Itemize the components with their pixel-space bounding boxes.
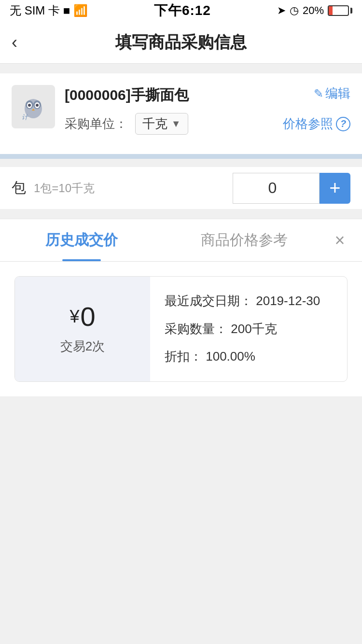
status-right: ➤ ◷ 20% <box>277 4 352 17</box>
chevron-down-icon: ▼ <box>171 118 181 129</box>
unit-select[interactable]: 千克 ▼ <box>135 113 188 135</box>
price-ref-label: 价格参照 <box>283 115 333 132</box>
tab-history-price[interactable]: 历史成交价 <box>0 219 163 261</box>
price-value: 0 <box>80 303 95 330</box>
quantity-row: 包 1包=10千克 + <box>0 167 362 209</box>
quantity-plus-button[interactable]: + <box>320 173 350 204</box>
edit-button[interactable]: ✎ 编辑 <box>314 85 350 102</box>
separator-bar <box>0 154 362 159</box>
close-button[interactable]: × <box>325 226 354 255</box>
unit-row-left: 采购单位： 千克 ▼ <box>65 113 188 135</box>
edit-label: 编辑 <box>325 85 350 102</box>
tab-history-price-label: 历史成交价 <box>45 230 118 250</box>
location-icon: ➤ <box>277 4 286 17</box>
unit-value: 千克 <box>142 115 167 132</box>
tabs-header: 历史成交价 商品价格参考 × <box>0 219 362 262</box>
svg-text:计: 计 <box>22 113 29 121</box>
currency-symbol: ¥ <box>70 308 79 325</box>
product-info: [0000006]手撕面包 ✎ 编辑 采购单位： 千克 ▼ <box>65 85 350 135</box>
discount-row: 折扣： 100.00% <box>165 347 333 367</box>
quantity-input[interactable] <box>233 173 320 204</box>
nav-bar: ‹ 填写商品采购信息 <box>0 21 362 64</box>
discount-label: 折扣： <box>165 349 202 364</box>
alarm-icon: ◷ <box>290 4 299 17</box>
price-ref-button[interactable]: 价格参照 ? <box>283 115 350 132</box>
svg-point-5 <box>28 104 31 107</box>
quantity-detail-label: 采购数量： <box>165 322 227 336</box>
transaction-left-panel: ¥ 0 交易2次 <box>15 277 150 381</box>
network-status: 无 SIM 卡 ■ 📶 <box>10 3 88 18</box>
info-icon: ? <box>336 117 350 131</box>
tab-product-price[interactable]: 商品价格参考 <box>163 219 325 261</box>
status-left: 无 SIM 卡 ■ 📶 <box>10 3 88 18</box>
recent-date-value: 2019-12-30 <box>256 294 320 308</box>
status-time: 下午6:12 <box>154 1 211 20</box>
trade-count: 交易2次 <box>60 338 105 355</box>
tab-product-price-label: 商品价格参考 <box>201 230 288 250</box>
quantity-input-group: + <box>233 173 350 204</box>
product-card: 计 [0000006]手撕面包 ✎ 编辑 采购单位： 千克 <box>0 73 362 154</box>
battery-percent: 20% <box>303 4 324 17</box>
back-button[interactable]: ‹ <box>12 28 22 57</box>
owl-icon: 计 <box>19 92 48 121</box>
page-title: 填写商品采购信息 <box>115 31 247 54</box>
quantity-detail-value: 200千克 <box>231 322 277 336</box>
product-thumbnail: 计 <box>12 85 55 128</box>
transaction-price: ¥ 0 <box>70 303 95 330</box>
discount-value: 100.00% <box>206 349 255 364</box>
edit-icon: ✎ <box>314 87 323 100</box>
transaction-right-panel: 最近成交日期： 2019-12-30 采购数量： 200千克 折扣： 100.0… <box>150 277 347 381</box>
transaction-card: ¥ 0 交易2次 最近成交日期： 2019-12-30 采购数量： 200千克 <box>14 276 348 382</box>
tab-active-indicator <box>62 259 101 261</box>
tabs-container: 历史成交价 商品价格参考 × ¥ 0 交易2次 最近成 <box>0 219 362 396</box>
recent-date-row: 最近成交日期： 2019-12-30 <box>165 291 333 311</box>
battery-indicator <box>328 5 352 16</box>
quantity-detail-row: 采购数量： 200千克 <box>165 319 333 339</box>
recent-date-label: 最近成交日期： <box>165 294 252 308</box>
product-name: [0000006]手撕面包 <box>65 85 304 105</box>
svg-point-6 <box>36 104 39 107</box>
quantity-conversion: 1包=10千克 <box>34 181 95 196</box>
transaction-content: ¥ 0 交易2次 最近成交日期： 2019-12-30 采购数量： 200千克 <box>0 262 362 396</box>
status-bar: 无 SIM 卡 ■ 📶 下午6:12 ➤ ◷ 20% <box>0 0 362 21</box>
unit-label: 采购单位： <box>65 116 127 131</box>
quantity-unit: 包 <box>12 178 26 198</box>
